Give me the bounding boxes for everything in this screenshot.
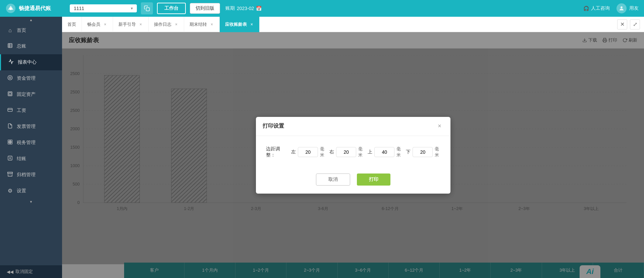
svg-rect-4 [8, 44, 12, 48]
tax-icon [7, 139, 13, 146]
period-prefix: 账期 [225, 5, 235, 11]
sidebar-item-payroll[interactable]: 工资 [0, 102, 62, 119]
close-all-tabs-button[interactable]: ✕ [617, 19, 627, 29]
sidebar-item-label: 结账 [17, 156, 26, 162]
logo-icon [5, 3, 16, 14]
user-icon [619, 5, 625, 11]
sidebar-item-settings[interactable]: ⚙ 设置 [0, 183, 62, 199]
svg-rect-10 [8, 92, 12, 96]
reports-icon [8, 59, 14, 66]
user-area[interactable]: 用友 [616, 3, 639, 13]
funds-icon [7, 75, 13, 82]
modal-close-button[interactable]: × [436, 122, 444, 130]
margin-left-input[interactable] [298, 147, 318, 157]
svg-point-1 [10, 8, 12, 10]
payroll-icon [7, 107, 13, 114]
sidebar-item-funds[interactable]: 资金管理 [0, 70, 62, 86]
maximize-tab-button[interactable]: ⤢ [630, 19, 640, 29]
top-unit-label: 毫米 [396, 146, 402, 158]
sidebar-item-label: 首页 [17, 27, 26, 33]
avatar [616, 3, 627, 13]
sidebar-item-label: 工资 [17, 108, 26, 114]
cancel-button[interactable]: 取消 [316, 173, 350, 186]
tab-guide-label: 新手引导 [118, 21, 136, 27]
margin-bottom-group: 下 毫米 [406, 146, 440, 158]
home-icon: ⌂ [7, 27, 13, 33]
tab-log-label: 操作日志 [154, 21, 171, 27]
svg-rect-14 [8, 140, 10, 142]
ledger-icon [7, 43, 13, 50]
tab-aging-close[interactable]: × [250, 22, 254, 27]
assets-icon [7, 91, 13, 98]
copy-button[interactable] [141, 2, 153, 14]
tab-guide-close[interactable]: × [139, 22, 143, 27]
calendar-icon[interactable]: 📅 [256, 6, 262, 11]
sidebar-item-assets[interactable]: 固定资产 [0, 86, 62, 102]
sidebar-pin-toggle[interactable]: ◀◀ 取消固定 [0, 265, 62, 278]
sidebar-item-tax[interactable]: 税务管理 [0, 135, 62, 151]
sidebar-item-home[interactable]: ⌂ 首页 [0, 23, 62, 38]
svg-point-3 [621, 6, 623, 8]
workbench-button[interactable]: 工作台 [157, 3, 186, 14]
margin-bottom-input[interactable] [413, 147, 433, 157]
svg-rect-21 [8, 172, 13, 173]
sidebar-item-label: 报表中心 [18, 59, 37, 65]
bottom-unit-label: 毫米 [435, 146, 440, 158]
headset-icon: 🎧 [583, 6, 589, 11]
logo-text: 畅捷通易代账 [19, 5, 51, 12]
sidebar-item-label: 税务管理 [17, 140, 36, 146]
tab-home-label: 首页 [67, 21, 76, 27]
margin-top-input[interactable] [374, 147, 394, 157]
tabs-bar: 首页 畅会员 × 新手引导 × 操作日志 × 期末结转 × 应收账龄表 × [62, 17, 644, 32]
invoice-icon [7, 123, 13, 130]
tab-log-close[interactable]: × [174, 22, 178, 27]
sidebar-item-archive[interactable]: 归档管理 [0, 167, 62, 183]
sidebar-item-invoice[interactable]: 发票管理 [0, 119, 62, 135]
left-unit-label: 毫米 [320, 146, 325, 158]
svg-rect-15 [10, 140, 12, 142]
tab-guide[interactable]: 新手引导 × [113, 17, 149, 32]
top-direction-label: 上 [368, 149, 372, 155]
tab-home[interactable]: 首页 [62, 17, 82, 32]
confirm-print-button[interactable]: 打印 [357, 173, 390, 186]
company-selector[interactable]: 1111 ▾ [70, 4, 137, 12]
modal-title: 打印设置 [263, 123, 284, 130]
margin-top-group: 上 毫米 [368, 146, 402, 158]
period-area: 账期 2023-02 📅 [225, 5, 262, 11]
svg-rect-16 [8, 142, 10, 144]
margin-right-group: 右 毫米 [329, 146, 364, 158]
right-unit-label: 毫米 [358, 146, 364, 158]
sidebar-item-closing[interactable]: 结账 [0, 151, 62, 167]
sidebar-item-reports[interactable]: 报表中心 [0, 54, 62, 70]
modal-footer: 取消 打印 [256, 168, 450, 194]
modal-header: 打印设置 × [256, 117, 450, 136]
switch-version-button[interactable]: 切到旧版 [190, 3, 220, 14]
modal-body: 边距调整： 左 毫米 右 毫米 [256, 136, 450, 168]
pin-icon: ◀◀ [7, 269, 13, 274]
user-label: 用友 [629, 5, 639, 11]
sidebar-bottom-label: 取消固定 [15, 269, 33, 275]
copy-icon [144, 5, 150, 11]
company-name: 1111 [74, 6, 128, 11]
margin-left-group: 左 毫米 [291, 146, 325, 158]
support-area[interactable]: 🎧 人工咨询 [583, 5, 610, 11]
sidebar-scroll-down[interactable]: ▼ [0, 199, 62, 205]
tab-period-end-close[interactable]: × [210, 22, 214, 27]
tab-aging[interactable]: 应收账龄表 × [220, 17, 260, 32]
tab-member-label: 畅会员 [87, 21, 100, 27]
left-direction-label: 左 [291, 149, 296, 155]
print-settings-modal: 打印设置 × 边距调整： 左 毫米 右 [256, 117, 450, 194]
support-label: 人工咨询 [591, 5, 610, 11]
tab-member-close[interactable]: × [103, 22, 107, 27]
tab-period-end[interactable]: 期末结转 × [184, 17, 220, 32]
period-value: 2023-02 [237, 6, 254, 11]
header-right: 🎧 人工咨询 用友 [583, 3, 639, 13]
bottom-direction-label: 下 [406, 149, 411, 155]
tab-member[interactable]: 畅会员 × [82, 17, 113, 32]
tab-log[interactable]: 操作日志 × [149, 17, 184, 32]
sidebar-scroll-up[interactable]: ▲ [0, 17, 62, 23]
margin-row: 边距调整： 左 毫米 右 毫米 [266, 146, 440, 158]
sidebar-item-ledger[interactable]: 总账 [0, 38, 62, 54]
content-area: 首页 畅会员 × 新手引导 × 操作日志 × 期末结转 × 应收账龄表 × [62, 17, 644, 278]
margin-right-input[interactable] [336, 147, 356, 157]
